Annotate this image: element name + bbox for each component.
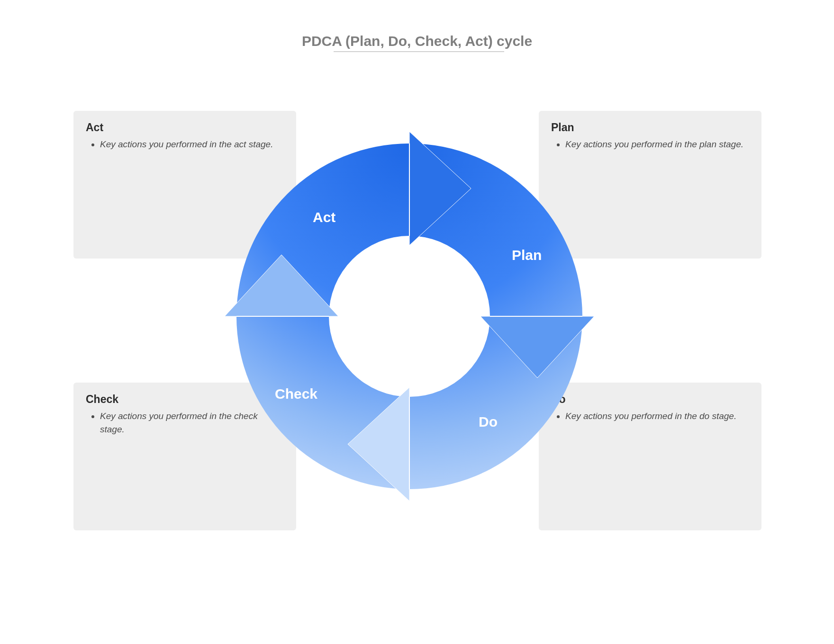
pdca-diagram: PDCA (Plan, Do, Check, Act) cycle Act Ke… bbox=[0, 0, 834, 644]
cycle-label-do: Do bbox=[479, 414, 498, 430]
cycle-arrows-icon bbox=[220, 127, 599, 506]
cycle-label-plan: Plan bbox=[512, 247, 542, 263]
cycle-label-act: Act bbox=[313, 209, 335, 225]
page-title: PDCA (Plan, Do, Check, Act) cycle bbox=[0, 33, 834, 49]
cycle-label-check: Check bbox=[275, 386, 317, 402]
title-underline bbox=[334, 51, 504, 52]
